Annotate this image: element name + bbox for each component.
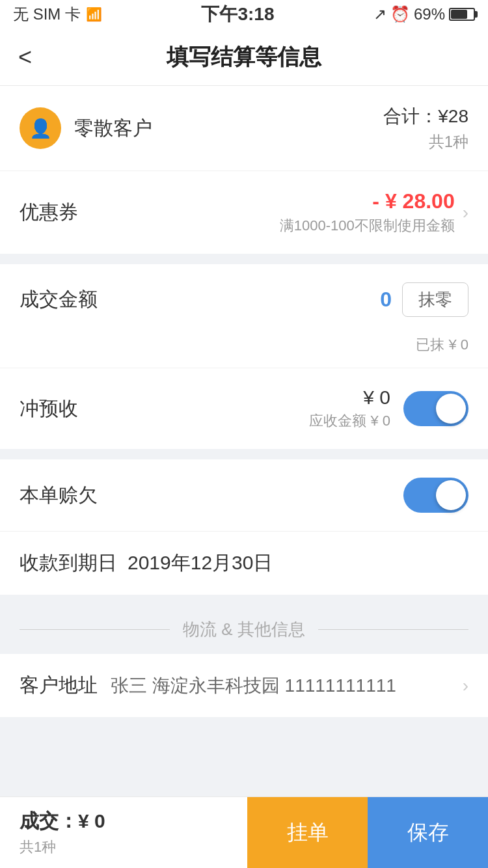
wifi-icon: 📶 [86, 7, 102, 22]
deal-amount: ¥ 0 [78, 810, 105, 832]
bottom-info: 成交：¥ 0 共1种 [0, 808, 247, 857]
coupon-label: 优惠券 [20, 199, 78, 226]
transaction-right: 0 抹零 [366, 282, 468, 317]
credit-toggle-knob [436, 480, 466, 510]
credit-toggle[interactable] [403, 478, 468, 513]
address-row[interactable]: 客户地址 张三 海淀永丰科技园 11111111111 › [0, 654, 488, 717]
transaction-row: 成交金额 0 抹零 [0, 264, 488, 335]
deal-label: 成交： [20, 810, 78, 832]
bottom-count: 共1种 [20, 837, 228, 857]
total-amount: 合计：¥28 [383, 104, 468, 129]
logistics-separator: 物流 & 其他信息 [0, 605, 488, 654]
advance-main-amount: ¥ 0 [309, 387, 390, 409]
toggle-knob [436, 394, 466, 424]
coupon-desc: 满1000-100不限制使用金额 [280, 216, 455, 236]
status-left: 无 SIM 卡 📶 [13, 4, 102, 25]
round-button[interactable]: 抹零 [402, 282, 468, 317]
due-date-row: 收款到期日 2019年12月30日 [0, 531, 488, 595]
advance-right: ¥ 0 应收金额 ¥ 0 [309, 387, 468, 431]
address-chevron-icon: › [463, 675, 468, 696]
avatar: 👤 [20, 107, 61, 149]
nav-bar: < 填写结算等信息 [0, 29, 488, 86]
sep-line-left [20, 629, 170, 630]
sep-line-right [318, 629, 468, 630]
address-label: 客户地址 [20, 672, 98, 699]
customer-name: 零散客户 [74, 115, 152, 142]
coupon-value: - ¥ 28.00 [280, 189, 455, 213]
transaction-sub-info: 已抹 ¥ 0 [0, 335, 488, 368]
address-section: 客户地址 张三 海淀永丰科技园 11111111111 › [0, 654, 488, 717]
coupon-chevron-icon: › [463, 202, 468, 223]
status-time: 下午3:18 [201, 2, 274, 27]
coupon-info: - ¥ 28.00 满1000-100不限制使用金额 [280, 189, 455, 236]
coupon-row[interactable]: 优惠券 - ¥ 28.00 满1000-100不限制使用金额 › [0, 170, 488, 254]
advance-sub-amount: 应收金额 ¥ 0 [309, 411, 390, 431]
logistics-label: 物流 & 其他信息 [183, 618, 305, 641]
credit-section: 本单赊欠 收款到期日 2019年12月30日 [0, 459, 488, 595]
battery-icon [449, 8, 475, 21]
avatar-icon: 👤 [29, 118, 52, 139]
advance-toggle[interactable] [403, 391, 468, 426]
credit-label: 本单赊欠 [20, 482, 98, 509]
back-button[interactable]: < [18, 44, 32, 71]
sim-status: 无 SIM 卡 [13, 4, 81, 25]
advance-row: 冲预收 ¥ 0 应收金额 ¥ 0 [0, 368, 488, 449]
customer-right: 合计：¥28 共1种 [383, 104, 468, 152]
total-count: 共1种 [383, 131, 468, 152]
transaction-label: 成交金额 [20, 286, 98, 313]
transaction-section: 成交金额 0 抹零 已抹 ¥ 0 冲预收 ¥ 0 应收金额 ¥ 0 [0, 264, 488, 449]
status-bar: 无 SIM 卡 📶 下午3:18 ↗ ⏰ 69% [0, 0, 488, 29]
bottom-bar: 成交：¥ 0 共1种 挂单 保存 [0, 796, 488, 868]
address-value: 张三 海淀永丰科技园 11111111111 [111, 673, 463, 698]
coupon-right: - ¥ 28.00 满1000-100不限制使用金额 › [280, 189, 468, 236]
location-icon: ↗ [373, 5, 386, 23]
credit-row: 本单赊欠 [0, 459, 488, 531]
transaction-amount[interactable]: 0 [366, 288, 392, 312]
customer-row: 👤 零散客户 合计：¥28 共1种 [0, 86, 488, 170]
alarm-icon: ⏰ [390, 5, 410, 23]
battery-percent: 69% [414, 5, 445, 23]
due-date-label: 收款到期日 [20, 550, 117, 576]
status-right: ↗ ⏰ 69% [373, 5, 475, 23]
due-date-content: 收款到期日 2019年12月30日 [20, 550, 468, 576]
due-date-value: 2019年12月30日 [128, 550, 273, 576]
bottom-deal-text: 成交：¥ 0 [20, 808, 228, 835]
save-button[interactable]: 保存 [368, 797, 488, 869]
advance-amounts: ¥ 0 应收金额 ¥ 0 [309, 387, 390, 431]
advance-label: 冲预收 [20, 396, 78, 422]
page-title: 填写结算等信息 [167, 42, 321, 72]
customer-section: 👤 零散客户 合计：¥28 共1种 优惠券 - ¥ 28.00 满1000-10… [0, 86, 488, 254]
customer-left: 👤 零散客户 [20, 107, 152, 149]
pending-button[interactable]: 挂单 [247, 797, 368, 869]
